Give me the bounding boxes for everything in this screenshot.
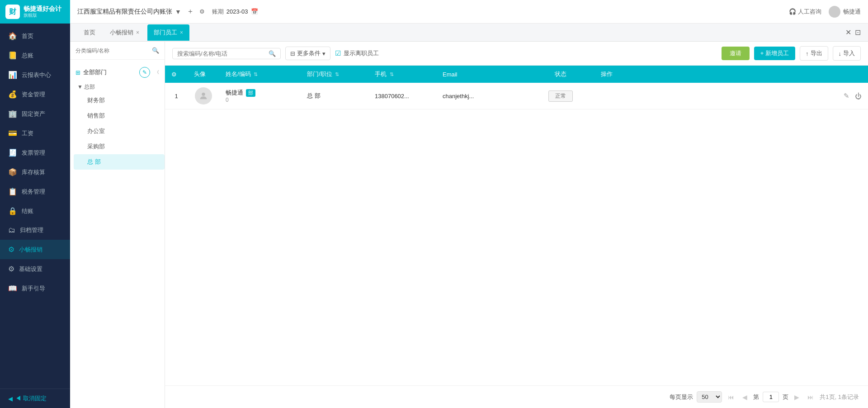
sidebar-label-payroll: 工资 <box>22 129 33 138</box>
settings-gear-icon[interactable]: ⚙ <box>199 8 205 15</box>
phone-sort-icon: ⇅ <box>390 71 394 77</box>
employee-table-wrap: ⚙ 头像 姓名/编码 ⇅ 部门/职位 ⇅ <box>165 66 868 385</box>
tab-expense[interactable]: 小畅报销 × <box>104 24 146 41</box>
sidebar-item-expense[interactable]: ⚙ 小畅报销 <box>0 240 70 259</box>
user-menu[interactable]: 畅捷通 <box>829 6 861 18</box>
import-label: 导入 <box>843 49 855 57</box>
filter-down-icon: ▾ <box>322 50 326 57</box>
checkbox-icon: ☑ <box>335 49 341 57</box>
dept-purchase[interactable]: 采购部 <box>74 139 165 154</box>
page-first-button[interactable]: ⏮ <box>726 393 736 402</box>
sidebar-item-settings[interactable]: ⚙ 基础设置 <box>0 259 70 279</box>
page-prev-button[interactable]: ◀ <box>740 393 750 402</box>
tab-department[interactable]: 部门员工 × <box>147 24 189 41</box>
import-button[interactable]: ↓ 导入 <box>833 46 861 61</box>
employee-toolbar: 🔍 ⊟ 更多条件 ▾ ☑ 显示离职员工 邀请 + 新增员工 <box>165 42 868 66</box>
cell-actions: ✎ ⏻ <box>594 83 868 109</box>
guide-icon: 📖 <box>8 284 17 293</box>
add-account-button[interactable]: ＋ <box>187 7 194 16</box>
support-button[interactable]: 🎧 人工咨询 <box>789 8 821 16</box>
sidebar-label-settings: 基础设置 <box>19 265 42 273</box>
employee-table: ⚙ 头像 姓名/编码 ⇅ 部门/职位 ⇅ <box>165 66 868 109</box>
close-module-icon: 🔒 <box>8 207 17 215</box>
table-settings-icon: ⚙ <box>171 71 177 78</box>
pagination-bar: 每页显示 50 20 100 ⏮ ◀ 第 页 ▶ ⏭ 共1页, 1条记录 <box>165 385 868 408</box>
th-name[interactable]: 姓名/编码 ⇅ <box>219 66 301 83</box>
dept-hq[interactable]: 总 部 <box>74 154 165 170</box>
show-resigned-label: 显示离职员工 <box>344 49 379 57</box>
page-last-button[interactable]: ⏭ <box>805 393 816 402</box>
edit-button[interactable]: ✎ <box>844 92 849 100</box>
employee-name: 畅捷通 <box>226 89 243 97</box>
th-dept[interactable]: 部门/职位 ⇅ <box>301 66 368 83</box>
svg-point-0 <box>202 93 205 96</box>
export-label: 导出 <box>811 49 822 57</box>
cancel-pin-button[interactable]: ◀ ◀ 取消固定 <box>0 389 70 408</box>
th-phone[interactable]: 手机 ⇅ <box>368 66 436 83</box>
page-size-select[interactable]: 50 20 100 <box>697 391 722 403</box>
sidebar-item-ledger[interactable]: 📒 总账 <box>0 46 70 65</box>
tabs-actions: ✕ ⊡ <box>845 28 861 37</box>
sidebar-item-close[interactable]: 🔒 结账 <box>0 201 70 221</box>
dept-office[interactable]: 办公室 <box>74 123 165 139</box>
avatar <box>829 6 840 18</box>
th-avatar: 头像 <box>188 66 219 83</box>
dept-search-icon[interactable]: 🔍 <box>152 47 159 54</box>
employee-search-icon[interactable]: 🔍 <box>269 50 276 57</box>
employee-search-input[interactable] <box>177 50 266 57</box>
sidebar-item-funds[interactable]: 💰 资金管理 <box>0 85 70 104</box>
invoice-icon: 🧾 <box>8 148 17 157</box>
show-resigned-toggle[interactable]: ☑ 显示离职员工 <box>335 49 379 57</box>
tab-expense-close[interactable]: × <box>136 29 139 36</box>
cell-email: chanjethkj... <box>436 83 527 109</box>
invite-button[interactable]: 邀请 <box>722 47 750 60</box>
company-dropdown-icon[interactable]: ▼ <box>175 8 181 15</box>
th-dept-label: 部门/职位 <box>307 71 332 77</box>
dept-sort-icon: ⇅ <box>335 71 339 77</box>
tab-department-close[interactable]: × <box>180 29 183 36</box>
sidebar-item-tax[interactable]: 📋 税务管理 <box>0 182 70 201</box>
calendar-icon[interactable]: 📅 <box>251 8 258 15</box>
th-email-label: Email <box>443 71 458 78</box>
sidebar-item-inventory[interactable]: 📦 库存核算 <box>0 162 70 182</box>
dept-sales[interactable]: 销售部 <box>74 108 165 123</box>
tab-close-button[interactable]: ✕ <box>845 28 851 37</box>
archive-icon: 🗂 <box>8 226 15 234</box>
all-dept-header[interactable]: ⊞ 全部部门 ✎ 《 <box>70 63 165 81</box>
sidebar-label-funds: 资金管理 <box>22 90 45 99</box>
collapse-icon[interactable]: 《 <box>155 69 159 76</box>
sidebar-item-payroll[interactable]: 💳 工资 <box>0 123 70 143</box>
reports-icon: 📊 <box>8 71 17 79</box>
page-next-button[interactable]: ▶ <box>792 393 802 402</box>
sidebar-item-invoice[interactable]: 🧾 发票管理 <box>0 143 70 162</box>
tab-expense-label: 小畅报销 <box>110 28 133 37</box>
dept-finance[interactable]: 财务部 <box>74 93 165 108</box>
tab-expand-button[interactable]: ⊡ <box>855 28 861 37</box>
page-input[interactable] <box>763 392 779 402</box>
sidebar-item-home[interactable]: 🏠 首页 <box>0 26 70 46</box>
cell-name: 畅捷通 部 0 <box>219 83 301 109</box>
sidebar-item-archive[interactable]: 🗂 归档管理 <box>0 221 70 240</box>
sidebar-item-reports[interactable]: 📊 云报表中心 <box>0 65 70 85</box>
add-employee-button[interactable]: + 新增员工 <box>754 47 795 60</box>
tab-home[interactable]: 首页 <box>77 24 102 41</box>
filter-button[interactable]: ⊟ 更多条件 ▾ <box>285 47 330 60</box>
dept-search-bar: 🔍 <box>70 42 165 60</box>
export-button[interactable]: ↑ 导出 <box>800 46 828 61</box>
logout-button[interactable]: ⏻ <box>855 92 862 100</box>
avatar <box>195 87 212 104</box>
cell-phone: 138070602... <box>368 83 436 109</box>
sidebar-label-guide: 新手引导 <box>22 285 45 293</box>
grid-icon: ⊞ <box>75 69 80 76</box>
topbar-period: 账期 2023-03 📅 <box>212 8 258 16</box>
period-value: 2023-03 <box>226 8 248 15</box>
page-total: 共1页, 1条记录 <box>820 393 859 401</box>
dept-search-input[interactable] <box>75 47 149 54</box>
sidebar-item-guide[interactable]: 📖 新手引导 <box>0 279 70 298</box>
home-icon: 🏠 <box>8 32 17 40</box>
logo-icon: 财 <box>5 5 20 19</box>
sidebar-label-inventory: 库存核算 <box>22 168 45 176</box>
sidebar-item-assets[interactable]: 🏢 固定资产 <box>0 104 70 123</box>
dept-edit-button[interactable]: ✎ <box>139 67 150 78</box>
th-settings[interactable]: ⚙ <box>165 66 188 83</box>
